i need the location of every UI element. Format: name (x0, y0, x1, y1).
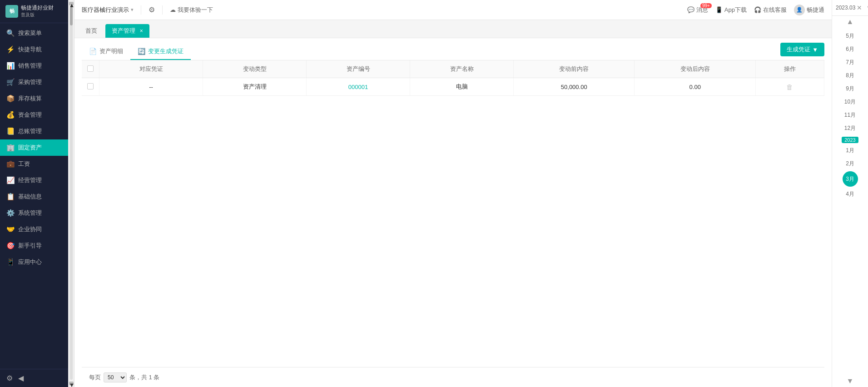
timeline-month-1[interactable]: 1月 (832, 144, 868, 157)
generate-voucher-button[interactable]: 生成凭证 ▼ (780, 43, 824, 56)
company-dropdown-icon: ▾ (131, 7, 134, 13)
sidebar-item-label: 采购管理 (18, 78, 42, 86)
pagination: 每页 50 10 20 100 条，共 1 条 (82, 367, 824, 387)
timeline-month-6[interactable]: 6月 (832, 43, 868, 56)
timeline-month-12[interactable]: 12月 (832, 122, 868, 135)
row-checkbox[interactable] (87, 83, 94, 89)
sidebar-item-fixedassets[interactable]: 🏢 固定资产 (0, 139, 68, 156)
sidebar-item-operations[interactable]: 📈 经营管理 (0, 172, 68, 189)
sidebar-item-sales[interactable]: 📊 销售管理 (0, 58, 68, 74)
sidebar-item-sysadmin[interactable]: ⚙️ 系统管理 (0, 205, 68, 221)
timeline-scroll-up[interactable]: ▲ (832, 16, 868, 28)
delete-row-icon[interactable]: 🗑 (786, 83, 793, 91)
topbar: 医疗器械行业演示 ▾ ⚙ ☁ 我要体验一下 💬 消息 99+ 📱 App下载 🎧… (74, 0, 832, 20)
row-after-change: 0.00 (635, 78, 755, 96)
appcenter-icon: 📱 (6, 258, 15, 266)
sidebar-item-purchase[interactable]: 🛒 采购管理 (0, 74, 68, 90)
support-button[interactable]: 🎧 在线客服 (754, 6, 787, 14)
expand-panel-icon[interactable]: ⤡ (865, 4, 868, 12)
th-operation: 操作 (755, 60, 824, 78)
sidebar-item-collab[interactable]: 🤝 企业协同 (0, 221, 68, 238)
right-panel-title: 2023.03 (836, 5, 855, 11)
change-voucher-table: 对应凭证 变动类型 资产编号 资产名称 变动前内容 变动后内容 操作 -- 资产… (82, 60, 824, 96)
tab-home-label: 首页 (85, 27, 97, 34)
ledger-icon: 📒 (6, 127, 15, 135)
username: 畅捷通 (807, 6, 824, 14)
timeline-month-5[interactable]: 5月 (832, 30, 868, 43)
th-before-change: 变动前内容 (514, 60, 635, 78)
generate-btn-dropdown-icon: ▼ (812, 46, 818, 53)
sidebar-item-label: 新手引导 (18, 242, 42, 250)
avatar: 👤 (794, 5, 805, 15)
sidebar-logo: 畅 畅捷通好业财 普及版 (0, 0, 68, 23)
experience-button[interactable]: ☁ 我要体验一下 (170, 6, 213, 14)
scrollbar-down-arrow[interactable]: ▼ (69, 382, 74, 385)
sidebar-scrollbar[interactable]: ▲ ▼ (68, 0, 74, 387)
collapse-icon[interactable]: ◀ (18, 374, 24, 382)
settings-icon[interactable]: ⚙ (6, 374, 13, 382)
sidebar-item-funds[interactable]: 💰 资金管理 (0, 107, 68, 123)
subtab-asset-detail[interactable]: 📄 资产明细 (82, 44, 130, 60)
subtab-change-label: 变更生成凭证 (148, 47, 184, 55)
sales-icon: 📊 (6, 62, 15, 70)
timeline-month-2[interactable]: 2月 (832, 157, 868, 170)
table-row: -- 资产清理 000001 电脑 50,000.00 0.00 🗑 (82, 78, 824, 96)
messages-button[interactable]: 💬 消息 99+ (687, 6, 708, 14)
sidebar-item-appcenter[interactable]: 📱 应用中心 (0, 254, 68, 270)
timeline-month-10[interactable]: 10月 (832, 95, 868, 109)
sidebar-item-label: 经营管理 (18, 176, 42, 184)
timeline-month-4[interactable]: 4月 (832, 188, 868, 201)
scrollbar-thumb[interactable] (70, 7, 73, 25)
sidebar-item-quicknav[interactable]: ⚡ 快捷导航 (0, 41, 68, 58)
sidebar-item-label: 基础信息 (18, 193, 42, 201)
th-after-change: 变动后内容 (635, 60, 755, 78)
table-wrapper: 对应凭证 变动类型 资产编号 资产名称 变动前内容 变动后内容 操作 -- 资产… (82, 60, 824, 367)
headset-icon: 🎧 (754, 6, 761, 13)
operations-icon: 📈 (6, 176, 15, 184)
sidebar-item-basicinfo[interactable]: 📋 基础信息 (0, 189, 68, 205)
tab-home[interactable]: 首页 (79, 24, 104, 38)
th-voucher: 对应凭证 (99, 60, 203, 78)
sidebar-item-label: 销售管理 (18, 62, 42, 70)
generate-btn-label: 生成凭证 (787, 45, 810, 54)
support-label: 在线客服 (763, 6, 787, 14)
sysadmin-icon: ⚙️ (6, 209, 15, 217)
quicknav-icon: ⚡ (6, 45, 15, 54)
row-before-change: 50,000.00 (514, 78, 635, 96)
subtab-change-voucher[interactable]: 🔄 变更生成凭证 (130, 44, 191, 60)
timeline-month-7[interactable]: 7月 (832, 56, 868, 69)
sidebar-item-inventory[interactable]: 📦 库存核算 (0, 90, 68, 107)
scrollbar-up-arrow[interactable]: ▲ (69, 2, 74, 5)
select-all-checkbox[interactable] (87, 65, 94, 72)
th-asset-name: 资产名称 (410, 60, 514, 78)
tab-close-icon[interactable]: × (140, 28, 143, 34)
sidebar-menu: 🔍 搜索菜单 ⚡ 快捷导航 📊 销售管理 🛒 采购管理 📦 库存核算 💰 资金管… (0, 23, 68, 369)
main-content: 医疗器械行业演示 ▾ ⚙ ☁ 我要体验一下 💬 消息 99+ 📱 App下载 🎧… (74, 0, 832, 387)
purchase-icon: 🛒 (6, 78, 15, 86)
app-name: 畅捷通好业财 (21, 5, 54, 12)
timeline-month-11[interactable]: 11月 (832, 109, 868, 122)
close-panel-icon[interactable]: ✕ (855, 4, 863, 12)
sidebar-item-search[interactable]: 🔍 搜索菜单 (0, 25, 68, 41)
timeline-scroll-down[interactable]: ▼ (832, 375, 868, 387)
company-selector[interactable]: 医疗器械行业演示 ▾ (82, 6, 134, 14)
experience-label: 我要体验一下 (178, 6, 213, 14)
sidebar: 畅 畅捷通好业财 普及版 🔍 搜索菜单 ⚡ 快捷导航 📊 销售管理 🛒 采购管理… (0, 0, 68, 387)
timeline: 5月 6月 7月 8月 9月 10月 11月 12月 2023 1月 2月 3月… (832, 28, 868, 375)
sidebar-item-ledger[interactable]: 📒 总账管理 (0, 123, 68, 139)
timeline-month-9[interactable]: 9月 (832, 82, 868, 95)
sidebar-item-label: 总账管理 (18, 127, 42, 135)
timeline-month-3-active[interactable]: 3月 (843, 171, 858, 187)
user-menu[interactable]: 👤 畅捷通 (794, 5, 824, 15)
appdownload-button[interactable]: 📱 App下载 (715, 6, 747, 14)
sidebar-item-label: 资金管理 (18, 111, 42, 119)
sidebar-item-payroll[interactable]: 💼 工资 (0, 156, 68, 172)
per-page-select[interactable]: 50 10 20 100 (104, 372, 127, 382)
tab-assets[interactable]: 资产管理 × (105, 24, 149, 38)
timeline-month-8[interactable]: 8月 (832, 69, 868, 82)
row-change-type: 资产清理 (203, 78, 307, 96)
sidebar-item-tutorial[interactable]: 🎯 新手引导 (0, 238, 68, 254)
messages-badge: 99+ (700, 3, 712, 8)
gear-icon[interactable]: ⚙ (149, 5, 155, 14)
sidebar-item-label: 搜索菜单 (18, 29, 42, 37)
